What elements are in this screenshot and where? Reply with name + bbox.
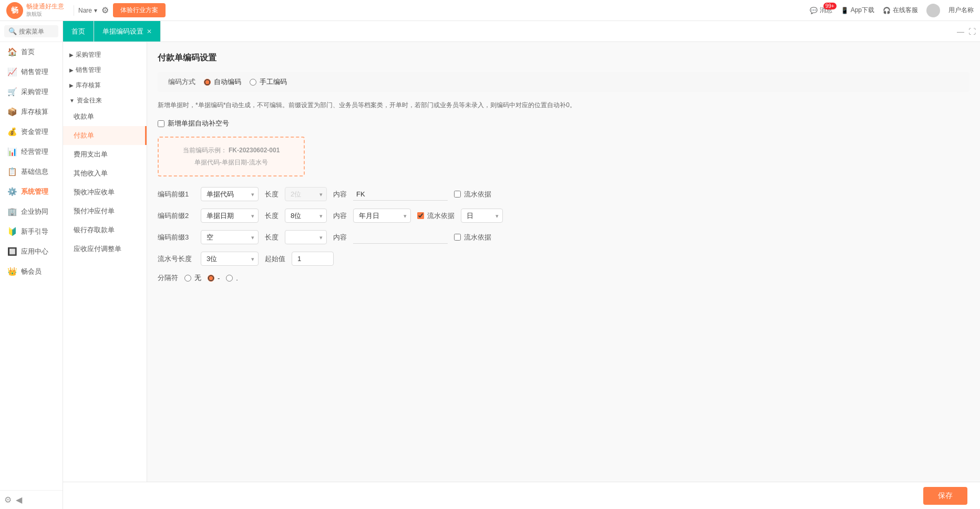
tab-minimize-button[interactable]: — — [957, 27, 964, 36]
length3-label: 长度 — [265, 233, 278, 242]
liushui3-checkbox[interactable] — [454, 234, 461, 241]
topbar-nav-text[interactable]: Nare — [78, 7, 92, 14]
prefix3-select-wrapper: 空 — [201, 230, 259, 244]
code-preview-value: FK-20230602-001 — [229, 147, 280, 154]
liushui1-label[interactable]: 流水依据 — [454, 190, 491, 199]
sidebar-item-system[interactable]: ⚙️ 系统管理 — [0, 182, 63, 202]
content3-input[interactable] — [353, 231, 448, 244]
app-download-button[interactable]: 📱 App下载 — [841, 6, 874, 15]
prefix2-select-wrapper: 单据日期 — [201, 209, 259, 223]
guide-icon: 🔰 — [7, 227, 17, 236]
sidebar-item-home[interactable]: 🏠 首页 — [0, 42, 63, 62]
serial-row: 流水号长度 3位 起始值 — [158, 252, 969, 266]
sep-none-radio[interactable] — [184, 275, 191, 282]
sub-item-other-income[interactable]: 其他收入单 — [63, 164, 147, 183]
sub-item-bank-deposit[interactable]: 银行存取款单 — [63, 221, 147, 240]
message-button[interactable]: 💬 消息 99+ — [810, 6, 832, 15]
length2-label: 长度 — [265, 211, 278, 221]
content2-select[interactable]: 年月日 — [353, 209, 411, 223]
serial-length-select-wrapper: 3位 — [201, 252, 259, 266]
start-value-input[interactable] — [292, 252, 334, 266]
sales-icon: 📈 — [7, 67, 17, 77]
code-preview-sub: 单据代码-单据日期-流水号 — [171, 158, 291, 167]
sidebar-label-basic: 基础信息 — [21, 167, 48, 176]
sep-dot-radio[interactable] — [226, 275, 233, 282]
save-button[interactable]: 保存 — [923, 487, 967, 505]
auto-code-radio-label[interactable]: 自动编码 — [204, 77, 241, 87]
operation-icon: 📊 — [7, 147, 17, 157]
sub-item-pre-receivable[interactable]: 预收冲应收单 — [63, 183, 147, 202]
trial-button[interactable]: 体验行业方案 — [113, 3, 166, 17]
chevron-down-icon[interactable]: ▾ — [94, 7, 97, 14]
sidebar-item-purchase[interactable]: 🛒 采购管理 — [0, 82, 63, 102]
auto-fill-checkbox[interactable] — [158, 120, 164, 127]
sub-layout: ▶ 采购管理 ▶ 销售管理 ▶ 库存核算 ▼ 资金往来 收款单 — [63, 42, 980, 482]
liushui1-checkbox[interactable] — [454, 191, 461, 198]
stock-icon: 📦 — [7, 107, 17, 117]
sub-group-sales[interactable]: ▶ 销售管理 — [63, 61, 147, 77]
sep-none-label[interactable]: 无 — [184, 273, 201, 283]
avatar[interactable] — [926, 4, 940, 17]
tab-expand-button[interactable]: ⛶ — [968, 27, 976, 36]
tab-code-setting[interactable]: 单据编码设置 ✕ — [94, 21, 161, 41]
prefix2-select[interactable]: 单据日期 — [201, 209, 259, 223]
sidebar-item-company[interactable]: 🏢 企业协同 — [0, 202, 63, 222]
liushui3-label[interactable]: 流水依据 — [454, 233, 491, 242]
sidebar-item-stock[interactable]: 📦 库存核算 — [0, 102, 63, 122]
sub-item-receipt[interactable]: 收款单 — [63, 107, 147, 126]
length3-select[interactable] — [285, 230, 327, 244]
sidebar-item-guide[interactable]: 🔰 新手引导 — [0, 222, 63, 242]
code-preview-box: 当前编码示例： FK-20230602-001 单据代码-单据日期-流水号 — [158, 137, 305, 176]
liushui2-label[interactable]: 流水依据 — [417, 211, 455, 221]
encoding-label: 编码方式 — [168, 77, 195, 87]
prefix1-row: 编码前缀1 单据代码 长度 2位 内容 — [158, 187, 969, 201]
sep-dash-radio[interactable] — [208, 275, 214, 282]
date2-select[interactable]: 日 — [461, 209, 503, 223]
sidebar-item-basic[interactable]: 📋 基础信息 — [0, 162, 63, 182]
manual-code-radio-label[interactable]: 手工编码 — [250, 77, 287, 87]
manual-code-radio[interactable] — [250, 79, 256, 86]
online-service-button[interactable]: 🎧 在线客服 — [883, 6, 918, 15]
sidebar-label-stock: 库存核算 — [21, 107, 48, 117]
liushui2-checkbox[interactable] — [417, 212, 424, 219]
tab-home[interactable]: 首页 — [63, 21, 94, 41]
sub-sidebar: ▶ 采购管理 ▶ 销售管理 ▶ 库存核算 ▼ 资金往来 收款单 — [63, 42, 147, 482]
basic-icon: 📋 — [7, 167, 17, 176]
sidebar-item-apps[interactable]: 🔲 应用中心 — [0, 242, 63, 262]
prefix1-select-wrapper: 单据代码 — [201, 187, 259, 201]
search-input[interactable] — [19, 28, 54, 35]
sub-item-expense[interactable]: 费用支出单 — [63, 145, 147, 164]
collapse-capital-icon: ▼ — [69, 98, 75, 103]
tab-close-icon[interactable]: ✕ — [147, 28, 152, 35]
prefix1-select[interactable]: 单据代码 — [201, 187, 259, 201]
sub-group-purchase[interactable]: ▶ 采购管理 — [63, 46, 147, 61]
download-icon: 📱 — [841, 7, 849, 14]
auto-fill-checkbox-row: 新增单据自动补空号 — [158, 119, 969, 128]
sidebar-item-member[interactable]: 👑 畅会员 — [0, 262, 63, 282]
sub-group-stock[interactable]: ▶ 库存核算 — [63, 77, 147, 92]
sub-item-ap-adjust[interactable]: 应收应付调整单 — [63, 240, 147, 258]
sub-group-capital[interactable]: ▼ 资金往来 — [63, 92, 147, 107]
sidebar-item-operation[interactable]: 📊 经营管理 — [0, 142, 63, 162]
prefix3-select[interactable]: 空 — [201, 230, 259, 244]
content2-select-wrapper: 年月日 — [353, 209, 411, 223]
sidebar-label-member: 畅会员 — [21, 267, 42, 276]
serial-length-select[interactable]: 3位 — [201, 252, 259, 266]
sidebar-item-sales[interactable]: 📈 销售管理 — [0, 62, 63, 82]
username-text: 用户名称 — [948, 6, 974, 15]
content2-label: 内容 — [333, 211, 347, 221]
sub-item-pre-payment[interactable]: 预付冲应付单 — [63, 202, 147, 221]
sidebar-item-finance[interactable]: 💰 资金管理 — [0, 122, 63, 142]
collapse-sidebar-icon[interactable]: ◀ — [16, 495, 22, 505]
sep-dot-label[interactable]: . — [226, 274, 238, 282]
length2-select[interactable]: 8位 — [285, 209, 327, 223]
settings-bottom-icon[interactable]: ⚙ — [4, 495, 12, 505]
gear-icon[interactable]: ⚙ — [101, 5, 109, 15]
sub-item-pre-receivable-label: 预收冲应收单 — [74, 188, 115, 197]
sub-item-payment[interactable]: 付款单 — [63, 126, 147, 145]
topbar: 畅 畅捷通好生意 旗舰版 Nare ▾ ⚙ 体验行业方案 💬 消息 99+ 📱 … — [0, 0, 980, 21]
auto-code-radio[interactable] — [204, 79, 211, 86]
content1-input[interactable] — [353, 188, 448, 201]
topbar-nav[interactable]: Nare ▾ — [78, 7, 97, 14]
sep-dash-label[interactable]: - — [208, 274, 220, 282]
